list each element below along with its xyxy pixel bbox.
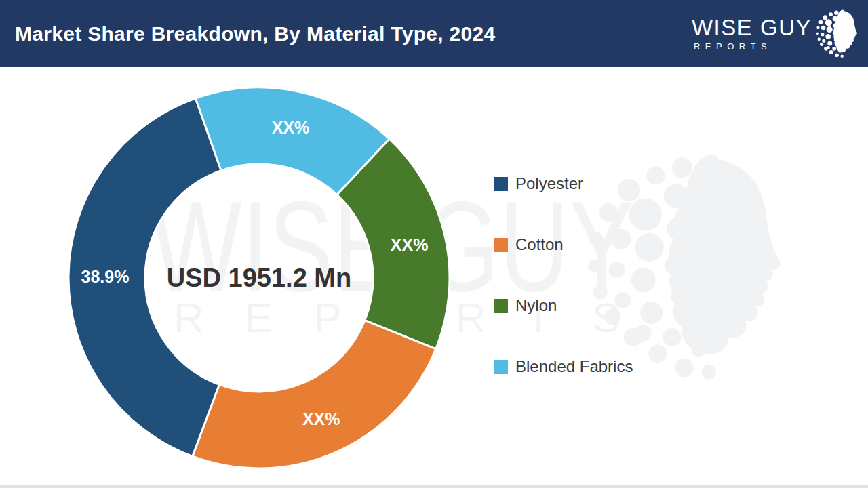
legend-label-blended-fabrics: Blended Fabrics <box>515 359 633 375</box>
donut-center-value: USD 1951.2 Mn <box>167 264 351 292</box>
donut-chart: XX%XX%XX%38.9%USD 1951.2 Mn <box>64 83 454 472</box>
logo-wordmark: WISE GUY <box>692 16 812 39</box>
legend-item-cotton[interactable]: Cotton <box>494 236 633 253</box>
logo-text: WISE GUY REPORTS <box>692 16 812 51</box>
wiseguy-logo: WISE GUY REPORTS <box>692 9 859 58</box>
donut-slice-cotton[interactable] <box>193 321 436 468</box>
page-title: Market Share Breakdown, By Material Type… <box>15 22 496 45</box>
legend-swatch-blended-fabrics <box>494 360 508 374</box>
legend: PolyesterCottonNylonBlended Fabrics <box>494 175 633 419</box>
legend-label-cotton: Cotton <box>515 237 564 253</box>
slice-label-cotton: XX% <box>302 409 340 428</box>
legend-swatch-polyester <box>494 177 508 191</box>
legend-swatch-cotton <box>494 238 508 252</box>
logo-face-icon <box>815 9 859 58</box>
logo-subtext: REPORTS <box>692 42 772 51</box>
page: Market Share Breakdown, By Material Type… <box>0 0 868 488</box>
legend-item-nylon[interactable]: Nylon <box>494 297 633 314</box>
bottom-bar <box>0 485 868 488</box>
legend-swatch-nylon <box>494 299 508 313</box>
legend-label-nylon: Nylon <box>515 298 557 314</box>
legend-label-polyester: Polyester <box>515 176 583 192</box>
header: Market Share Breakdown, By Material Type… <box>0 0 868 67</box>
legend-item-blended-fabrics[interactable]: Blended Fabrics <box>494 358 633 375</box>
slice-label-blended-fabrics: XX% <box>272 118 310 137</box>
slice-label-polyester: 38.9% <box>81 267 130 286</box>
slice-label-nylon: XX% <box>391 235 429 254</box>
legend-item-polyester[interactable]: Polyester <box>494 175 633 192</box>
